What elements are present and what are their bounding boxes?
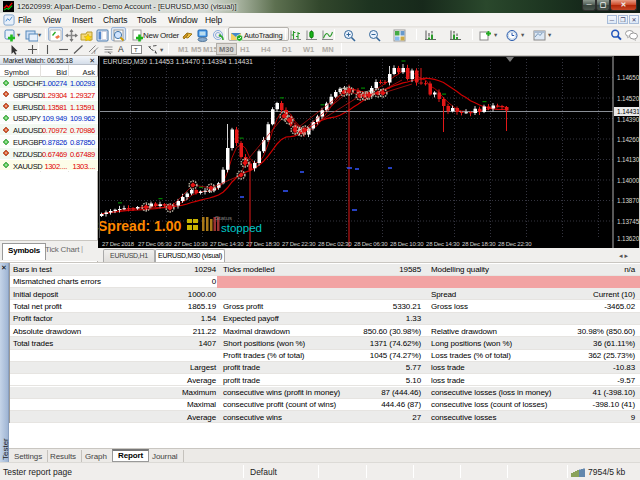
svg-text:stopped: stopped xyxy=(221,222,262,234)
svg-text:1.14650: 1.14650 xyxy=(617,74,640,81)
svg-text:1.14390: 1.14390 xyxy=(617,116,640,123)
svg-text:1.14000: 1.14000 xyxy=(617,177,640,184)
svg-text:28 Dec 22:30: 28 Dec 22:30 xyxy=(498,241,532,247)
svg-text:1.14130: 1.14130 xyxy=(617,156,640,163)
svg-text:27 Dec 10:30: 27 Dec 10:30 xyxy=(174,241,208,247)
svg-text:28 Dec 14:30: 28 Dec 14:30 xyxy=(426,241,460,247)
svg-text:1.13620: 1.13620 xyxy=(617,235,640,242)
svg-text:1.13870: 1.13870 xyxy=(617,197,640,204)
svg-text:28 Dec 10:30: 28 Dec 10:30 xyxy=(390,241,424,247)
svg-text:1.14520: 1.14520 xyxy=(617,95,640,102)
svg-text:27 Dec 2018: 27 Dec 2018 xyxy=(102,241,135,247)
svg-text:27 Dec 22:30: 27 Dec 22:30 xyxy=(282,241,316,247)
svg-text:28 Dec 06:30: 28 Dec 06:30 xyxy=(354,241,388,247)
svg-text:1.14260: 1.14260 xyxy=(617,136,640,143)
svg-text:1.13745: 1.13745 xyxy=(617,218,640,225)
svg-text:Spread: 1.00: Spread: 1.00 xyxy=(98,218,181,234)
svg-text:27 Dec 18:30: 27 Dec 18:30 xyxy=(246,241,280,247)
svg-text:27 Dec 06:30: 27 Dec 06:30 xyxy=(138,241,172,247)
svg-text:T: T xyxy=(134,47,138,53)
svg-text:1.14431: 1.14431 xyxy=(617,108,640,115)
svg-text:EURUSD,M30 1.14453 1.14470 1: EURUSD,M30 1.14453 1.14470 1.14394 1.144… xyxy=(103,58,253,65)
svg-text:28 Dec 18:30: 28 Dec 18:30 xyxy=(462,241,496,247)
svg-text:Status: Status xyxy=(215,215,232,221)
svg-text:28 Dec 02:30: 28 Dec 02:30 xyxy=(318,241,352,247)
svg-text:27 Dec 14:30: 27 Dec 14:30 xyxy=(210,241,244,247)
